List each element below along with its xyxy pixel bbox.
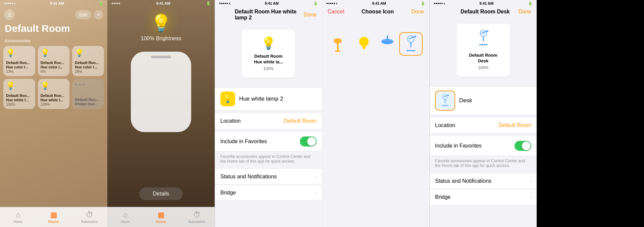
add-icon: + <box>97 12 100 18</box>
desk-icon-box[interactable] <box>435 91 455 111</box>
accessory-tile-inactive[interactable]: • • • Default Roo...Philips hue... <box>72 79 104 109</box>
accessory-icon: 💡 <box>6 81 33 90</box>
icon-done-button[interactable]: Done <box>411 9 424 15</box>
accessory-tile[interactable]: 💡 Default Roo...Hue white l... 100% <box>38 79 70 109</box>
add-button[interactable]: + <box>94 10 103 19</box>
svg-rect-2 <box>335 51 340 52</box>
cancel-button[interactable]: Cancel <box>328 9 344 15</box>
accessory-tile[interactable]: 💡 Default Roo...Hue color l... 13% <box>3 46 35 76</box>
accessory-pct: 0% <box>41 69 67 73</box>
status-wifi-4: ●●●●● ᵴ <box>326 2 338 5</box>
accessory-name: Default Roo...Hue color l... <box>6 61 33 69</box>
accessory-name: Default Roo...Hue color l... <box>41 61 67 69</box>
desk-location-value: Default Room <box>498 122 531 128</box>
tab-rooms[interactable]: ▦ Rooms <box>36 207 72 227</box>
lamp-icon-box[interactable]: 💡 <box>220 92 235 106</box>
status-wifi-5: ●●●●● ᵴ <box>434 2 445 5</box>
floor-lamp-svg <box>334 35 347 53</box>
preview-desk-pct: 100% <box>478 65 488 70</box>
desk-bridge-row[interactable]: Bridge › <box>430 189 537 205</box>
desk-favorites-row[interactable]: Include in Favorites <box>430 136 537 156</box>
preview-desk-icon <box>475 30 491 49</box>
edit-button[interactable]: Edit <box>75 10 91 19</box>
svg-point-11 <box>480 30 486 37</box>
icon-divider <box>322 17 430 22</box>
floor-lamp-icon-option[interactable] <box>329 32 353 56</box>
accessory-icon: 💡 <box>6 49 33 57</box>
desk-favorites-label: Include in Favorites <box>435 143 482 149</box>
menu-icon: ☰ <box>7 12 12 17</box>
location-value: Default Room <box>284 118 317 124</box>
desk-favorites-toggle[interactable] <box>515 141 531 151</box>
desk-toggle-knob <box>522 141 531 150</box>
favorites-row[interactable]: Include in Favorites <box>215 132 322 152</box>
status-time-3: 9:41 AM <box>265 1 279 5</box>
tab-automation[interactable]: ⏱ Automation <box>71 207 107 227</box>
status-battery-3: 🔋 <box>313 1 318 6</box>
status-bar-4: ●●●●● ᵴ 9:41 AM 🔋 <box>322 0 430 7</box>
desk-status-row[interactable]: Status and Notifications › <box>430 173 537 189</box>
desk-status-label: Status and Notifications <box>435 178 491 184</box>
accessory-name: Default Roo...Hue color l... <box>75 61 101 69</box>
accessories-label: Accessories <box>0 37 107 45</box>
desk-favorites-note: Favorite accessories appear in Control C… <box>430 156 537 171</box>
desk-name-svg <box>440 95 450 107</box>
divider4 <box>215 166 322 169</box>
tab-home[interactable]: ⌂ Home <box>0 207 36 227</box>
icons-panel <box>322 22 430 66</box>
svg-point-13 <box>443 95 447 99</box>
accessory-tile[interactable]: 💡 Default Roo...Hue color l... 0% <box>38 46 70 76</box>
lamp-settings-nav: Default Room Hue white lamp 2 Done <box>215 7 322 23</box>
accessory-name: Default Roo...Hue white l... <box>41 94 67 102</box>
bulb-svg <box>358 36 370 52</box>
lamp-done-button[interactable]: Done <box>304 12 316 18</box>
lamp-preview-area: 💡 Default RoomHue white la... 100% <box>215 23 322 84</box>
header-buttons: Edit + <box>75 10 103 19</box>
location-label: Location <box>220 118 241 124</box>
lamp-body[interactable] <box>131 52 191 132</box>
desk-divider4 <box>430 171 537 173</box>
location-row[interactable]: Location Default Room <box>215 113 322 129</box>
desk-preview-area: Default RoomDesk 100% <box>430 17 537 83</box>
accessory-tile[interactable]: 💡 Default Roo...Hue color l... 28% <box>72 46 104 76</box>
status-wifi: ●●●●● ᵴ <box>4 2 15 5</box>
favorites-label: Include in Favorites <box>220 138 267 145</box>
status-battery-2: 🔋 <box>206 1 211 6</box>
accessory-icon: 💡 <box>75 49 101 57</box>
chevron-icon-1: › <box>315 174 317 179</box>
panel-desk-settings: ●●●●● ᵴ 9:41 AM 🔋 Default Room Desk Done… <box>429 0 537 227</box>
favorites-toggle[interactable] <box>300 136 317 147</box>
bridge-row[interactable]: Bridge › <box>215 185 322 201</box>
accessory-tile[interactable]: 💡 Default Roo...Hue white l... 100% <box>3 79 35 109</box>
preview-lamp-pct: 100% <box>263 66 274 71</box>
home-icon: ⌂ <box>16 211 20 219</box>
desk-done-button[interactable]: Done <box>519 9 531 15</box>
lamp-notch <box>151 56 171 58</box>
desk-location-row[interactable]: Location Default Room <box>430 118 537 133</box>
status-notifications-row[interactable]: Status and Notifications › <box>215 169 322 185</box>
divider3 <box>215 129 322 132</box>
choose-icon-nav: Cancel Choose Icon Done <box>322 7 430 17</box>
accessory-icon: 💡 <box>41 49 67 57</box>
bridge-label: Bridge <box>220 190 236 196</box>
menu-button[interactable]: ☰ <box>4 9 15 20</box>
tab-rooms-label: Rooms <box>48 220 59 224</box>
p1-header: ☰ Edit + <box>0 7 107 21</box>
status-wifi-2: ●●●●● <box>111 2 120 5</box>
toggle-knob <box>307 137 316 146</box>
lamp-preview-card: 💡 Default RoomHue white la... 100% <box>241 30 295 78</box>
svg-rect-6 <box>363 48 365 49</box>
svg-point-3 <box>359 37 369 46</box>
accessory-pct: 13% <box>6 69 33 73</box>
desk-icon-option[interactable] <box>399 32 423 56</box>
bulb-icon-option[interactable] <box>352 32 376 56</box>
room-title: Default Room <box>0 21 107 37</box>
choose-icon-title: Choose Icon <box>362 9 394 15</box>
desk-divider1 <box>430 83 537 86</box>
status-time-1: 9:41 AM <box>50 1 64 5</box>
rooms-icon: ▦ <box>50 211 57 219</box>
pendant-icon-option[interactable] <box>376 32 399 56</box>
status-time-2: 9:41 AM <box>156 1 170 5</box>
status-time-5: 9:41 AM <box>479 1 493 5</box>
divider <box>215 84 322 87</box>
